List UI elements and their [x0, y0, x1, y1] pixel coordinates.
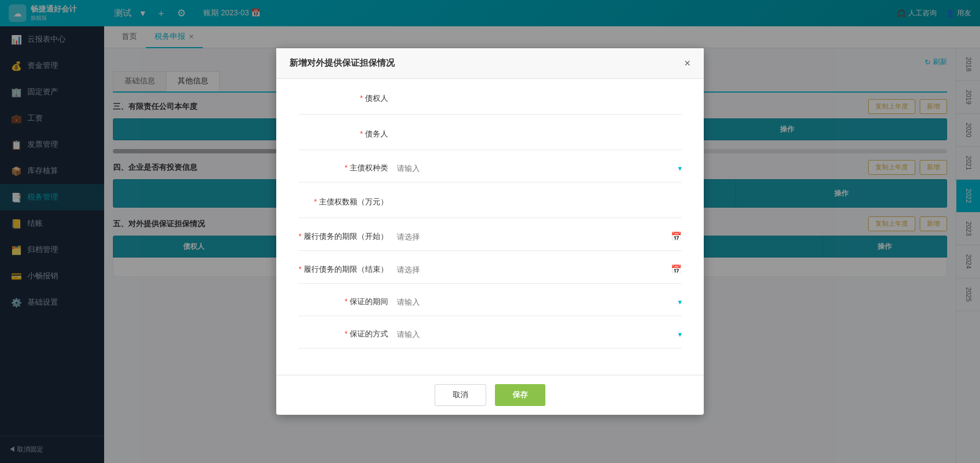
- guarantee-period-wrapper: ▾: [397, 298, 682, 306]
- claim-type-dropdown-icon[interactable]: ▾: [678, 164, 682, 173]
- modal-header: 新增对外提供保证担保情况 ×: [276, 48, 704, 79]
- select-claim-type-wrapper: ▾: [397, 164, 682, 173]
- period-start-wrapper: 📅: [397, 231, 682, 242]
- label-period-start: * 履行债务的期限（开始）: [298, 232, 397, 242]
- input-period-end[interactable]: [397, 265, 671, 274]
- period-end-calendar-icon[interactable]: 📅: [671, 264, 682, 275]
- guarantee-method-wrapper: ▾: [397, 330, 682, 339]
- save-button[interactable]: 保存: [495, 384, 545, 406]
- field-period-start: * 履行债务的期限（开始） 📅: [298, 231, 682, 251]
- required-mark-period-start: *: [299, 232, 301, 241]
- label-claim-amount: * 主债权数额（万元）: [298, 197, 397, 207]
- label-claim-type: * 主债权种类: [298, 163, 397, 173]
- cancel-button[interactable]: 取消: [435, 384, 486, 406]
- period-start-calendar-icon[interactable]: 📅: [671, 231, 682, 242]
- label-guarantee-method: * 保证的方式: [298, 329, 397, 339]
- field-guarantee-method: * 保证的方式 ▾: [298, 329, 682, 348]
- field-claim-type: * 主债权种类 ▾: [298, 163, 682, 182]
- modal: 新增对外提供保证担保情况 × * 债权人 * 债务人: [276, 48, 704, 415]
- label-creditor: * 债权人: [298, 94, 397, 104]
- period-end-wrapper: 📅: [397, 264, 682, 275]
- modal-footer: 取消 保存: [276, 375, 704, 415]
- field-claim-amount: * 主债权数额（万元）: [298, 196, 682, 218]
- field-period-end: * 履行债务的期限（结束） 📅: [298, 264, 682, 284]
- required-mark-period-end: *: [299, 265, 301, 273]
- modal-body: * 债权人 * 债务人 * 主债权种类: [276, 79, 704, 375]
- field-creditor: * 债权人: [298, 92, 682, 115]
- input-period-start[interactable]: [397, 232, 671, 241]
- input-claim-amount[interactable]: [397, 196, 682, 209]
- required-mark-claim-amount: *: [314, 197, 317, 206]
- select-guarantee-period[interactable]: [397, 298, 678, 306]
- label-debtor: * 债务人: [298, 129, 397, 139]
- required-mark-creditor: *: [360, 94, 363, 102]
- field-debtor: * 债务人: [298, 128, 682, 150]
- label-period-end: * 履行债务的期限（结束）: [298, 265, 397, 275]
- modal-title: 新增对外提供保证担保情况: [289, 58, 395, 69]
- guarantee-method-dropdown-icon[interactable]: ▾: [678, 330, 682, 339]
- modal-overlay[interactable]: 新增对外提供保证担保情况 × * 债权人 * 债务人: [0, 0, 980, 463]
- required-mark-claim-type: *: [345, 163, 347, 172]
- modal-close-btn[interactable]: ×: [684, 57, 691, 70]
- label-guarantee-period: * 保证的期间: [298, 297, 397, 307]
- required-mark-guarantee-method: *: [345, 329, 347, 338]
- input-creditor[interactable]: [397, 92, 682, 105]
- field-guarantee-period: * 保证的期间 ▾: [298, 297, 682, 316]
- select-guarantee-method[interactable]: [397, 330, 678, 339]
- guarantee-period-dropdown-icon[interactable]: ▾: [678, 298, 682, 306]
- required-mark-guarantee-period: *: [345, 297, 347, 306]
- input-debtor[interactable]: [397, 128, 682, 141]
- select-claim-type[interactable]: [397, 164, 678, 173]
- required-mark-debtor: *: [360, 129, 363, 138]
